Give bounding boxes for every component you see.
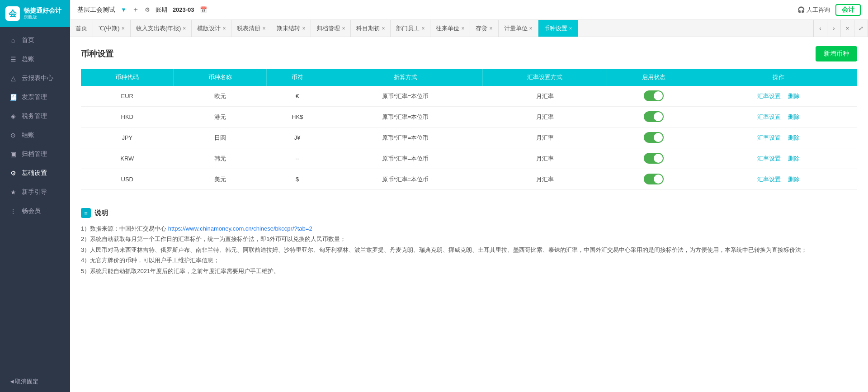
cell-name-1: 港元 <box>174 107 267 128</box>
tab-tax-label: 税表清册 <box>237 24 260 33</box>
pin-toggle-label: ◄取消固定 <box>9 378 38 386</box>
company-dropdown-icon[interactable]: ▼ <box>121 6 127 13</box>
tab-subject-init-close[interactable]: × <box>382 25 385 32</box>
delete-link-2[interactable]: 删除 <box>788 134 800 141</box>
add-company-button[interactable]: ＋ <box>132 5 139 14</box>
cell-actions-4: 汇率设置 删除 <box>700 169 857 190</box>
rate-setting-link-4[interactable]: 汇率设置 <box>757 176 781 183</box>
notes-item: 1）数据来源：中国外汇交易中心 https://www.chinamoney.c… <box>81 223 857 234</box>
col-header-calc: 折算方式 <box>328 69 482 86</box>
rate-setting-link-0[interactable]: 汇率设置 <box>757 93 781 99</box>
cell-name-3: 韩元 <box>174 148 267 169</box>
tab-balance[interactable]: ℃(中期) × <box>93 20 131 37</box>
sidebar-item-guide[interactable]: ★ 新手引导 <box>0 183 70 202</box>
tab-income-close[interactable]: × <box>183 25 186 32</box>
cell-symbol-1: HK$ <box>267 107 328 128</box>
sidebar-item-archive[interactable]: ▣ 归档管理 <box>0 145 70 164</box>
tab-inventory[interactable]: 存货 × <box>470 20 498 37</box>
tab-income-label: 收入支出表(年报) <box>136 24 181 33</box>
calendar-icon[interactable]: 📅 <box>200 6 207 13</box>
sidebar-pin-toggle[interactable]: ◄取消固定 <box>0 371 70 392</box>
sidebar-item-report[interactable]: △ 云报表中心 <box>0 69 70 88</box>
sidebar-item-settings[interactable]: ⚙ 基础设置 <box>0 164 70 183</box>
col-header-symbol: 币符 <box>267 69 328 86</box>
sidebar-item-invoice[interactable]: 🧾 发票管理 <box>0 88 70 107</box>
report-icon: △ <box>9 75 17 82</box>
topbar-settings-icon[interactable]: ⚙ <box>145 6 150 13</box>
currency-table: 币种代码 币种名称 币符 折算方式 汇率设置方式 启用状态 操作 EUR 欧元 … <box>81 69 857 190</box>
tab-subject-init[interactable]: 科目期初 × <box>351 20 391 37</box>
rate-setting-link-2[interactable]: 汇率设置 <box>757 134 781 141</box>
tab-prev-button[interactable]: ‹ <box>814 20 827 37</box>
notes-section: ≡ 说明 1）数据来源：中国外汇交易中心 https://www.chinamo… <box>81 208 857 276</box>
main-area: 基层工会测试 ▼ ＋ ⚙ 账期 2023-03 📅 🎧 人工咨询 会计 首页 ℃… <box>70 0 868 392</box>
sidebar: 会 畅捷通好会计 旗舰版 ⌂ 首页 ☰ 总账 △ 云报表中心 🧾 发票管理 ◈ … <box>0 0 70 392</box>
sidebar-item-home[interactable]: ⌂ 首页 <box>0 31 70 50</box>
tab-income[interactable]: 收入支出表(年报) × <box>131 20 192 37</box>
table-row: KRW 韩元 -- 原币*汇率=本位币 月汇率 汇率设置 删除 <box>81 148 857 169</box>
tab-period-end[interactable]: 期末结转 × <box>271 20 311 37</box>
cell-status-4 <box>607 169 700 190</box>
tab-period-end-close[interactable]: × <box>302 25 305 32</box>
tab-tax[interactable]: 税表清册 × <box>231 20 271 37</box>
new-currency-button[interactable]: 新增币种 <box>816 46 857 61</box>
notes-link[interactable]: https://www.chinamoney.com.cn/chinese/bk… <box>168 225 312 232</box>
tab-subject-init-label: 科目期初 <box>356 24 380 33</box>
cell-status-0 <box>607 86 700 107</box>
tab-archive[interactable]: 归档管理 × <box>311 20 351 37</box>
logo: 会 畅捷通好会计 旗舰版 <box>0 0 70 27</box>
tab-partner-close[interactable]: × <box>461 25 464 32</box>
sidebar-item-member[interactable]: ⋮ 畅会员 <box>0 202 70 221</box>
tab-expand-button[interactable]: ⤢ <box>854 20 868 37</box>
tab-tax-close[interactable]: × <box>262 25 265 32</box>
delete-link-1[interactable]: 删除 <box>788 113 800 120</box>
logo-title: 畅捷通好会计 <box>24 7 61 14</box>
notes-item: 3）人民币对马来西亚林吉特、俄罗斯卢布、南非兰特、韩元、阿联酋迪拉姆、沙特里亚尔… <box>81 245 857 255</box>
cell-code-2: JPY <box>81 128 174 148</box>
toggle-1[interactable] <box>644 111 664 122</box>
cell-code-4: USD <box>81 169 174 190</box>
tab-unit-close[interactable]: × <box>529 25 533 32</box>
tab-balance-close[interactable]: × <box>122 25 125 32</box>
account-button[interactable]: 会计 <box>835 4 861 16</box>
table-row: USD 美元 $ 原币*汇率=本位币 月汇率 汇率设置 删除 <box>81 169 857 190</box>
tab-dept-close[interactable]: × <box>421 25 425 32</box>
logo-subtitle: 旗舰版 <box>24 14 61 20</box>
sidebar-item-checkout[interactable]: ⊙ 结账 <box>0 126 70 145</box>
delete-link-3[interactable]: 删除 <box>788 155 800 162</box>
tab-currency-close[interactable]: × <box>569 25 572 32</box>
toggle-2[interactable] <box>644 132 664 143</box>
tab-archive-label: 归档管理 <box>316 24 340 33</box>
ledger-icon: ☰ <box>9 56 17 63</box>
tab-close-all-button[interactable]: × <box>841 20 854 37</box>
tab-home[interactable]: 首页 <box>70 20 93 37</box>
tab-unit[interactable]: 计量单位 × <box>499 20 538 37</box>
sidebar-item-ledger[interactable]: ☰ 总账 <box>0 50 70 69</box>
service-button[interactable]: 🎧 人工咨询 <box>797 6 830 14</box>
delete-link-0[interactable]: 删除 <box>788 93 800 99</box>
col-header-code: 币种代码 <box>81 69 174 86</box>
page-header: 币种设置 新增币种 <box>81 46 857 61</box>
tab-inventory-close[interactable]: × <box>489 25 492 32</box>
tab-archive-close[interactable]: × <box>342 25 345 32</box>
tab-dept[interactable]: 部门员工 × <box>391 20 430 37</box>
archive-icon: ▣ <box>9 151 17 158</box>
tab-period-end-label: 期末结转 <box>277 24 300 33</box>
tab-template[interactable]: 模版设计 × <box>192 20 231 37</box>
delete-link-4[interactable]: 删除 <box>788 176 800 183</box>
toggle-4[interactable] <box>644 174 664 184</box>
sidebar-item-tax[interactable]: ◈ 税务管理 <box>0 107 70 126</box>
sidebar-label-home: 首页 <box>22 36 34 44</box>
rate-setting-link-1[interactable]: 汇率设置 <box>757 113 781 120</box>
toggle-3[interactable] <box>644 153 664 164</box>
cell-symbol-0: € <box>267 86 328 107</box>
toggle-0[interactable] <box>644 90 664 101</box>
sidebar-label-tax: 税务管理 <box>22 112 47 120</box>
tab-partner[interactable]: 往来单位 × <box>430 20 470 37</box>
tab-next-button[interactable]: › <box>827 20 841 37</box>
member-icon: ⋮ <box>9 208 17 215</box>
tab-template-close[interactable]: × <box>222 25 226 32</box>
home-icon: ⌂ <box>9 37 17 44</box>
tab-currency[interactable]: 币种设置 × <box>538 20 578 37</box>
rate-setting-link-3[interactable]: 汇率设置 <box>757 155 781 162</box>
